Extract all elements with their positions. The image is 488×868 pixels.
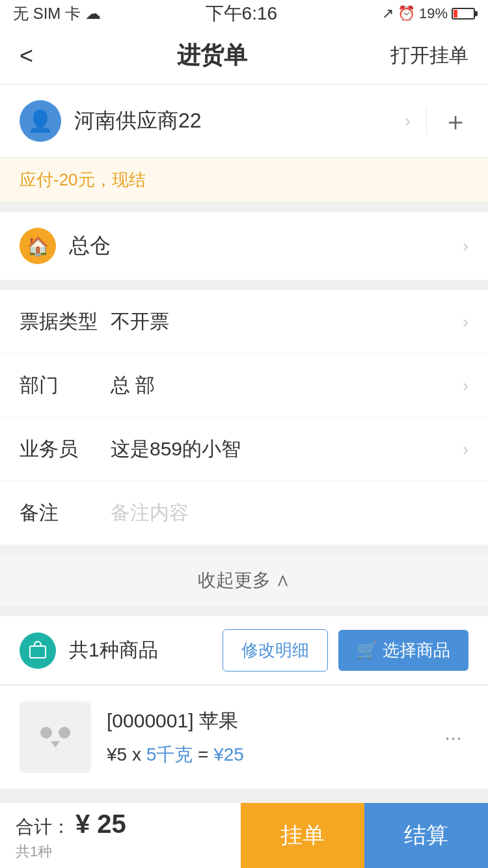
bottom-bar: 合计： ¥ 25 共1种 挂单 结算 xyxy=(0,803,488,868)
salesman-row[interactable]: 业务员 这是859的小智 › xyxy=(0,418,488,481)
ticket-type-chevron-icon: › xyxy=(463,312,468,332)
product-quantity: 5千克 xyxy=(146,744,193,765)
add-supplier-button[interactable]: ＋ xyxy=(442,103,468,139)
supplier-avatar: 👤 xyxy=(20,100,61,142)
main-content: 👤 河南供应商22 › ＋ 应付-20元，现结 🏠 总仓 › 票据类型 不开票 … xyxy=(0,85,488,860)
warehouse-chevron-icon: › xyxy=(463,236,468,256)
location-icon: ↗ xyxy=(382,5,394,22)
remark-label: 备注 xyxy=(20,500,98,526)
owl-beak xyxy=(51,741,60,748)
open-pending-button[interactable]: 打开挂单 xyxy=(390,42,468,69)
ticket-type-row[interactable]: 票据类型 不开票 › xyxy=(0,290,488,354)
total-count: 共1种 xyxy=(16,842,225,861)
page-title: 进货单 xyxy=(177,40,247,72)
total-amount: ¥ 25 xyxy=(75,809,126,839)
products-section: 共1种商品 修改明细 🛒 选择商品 [0000001] xyxy=(0,616,488,789)
product-thumbnail xyxy=(20,701,91,773)
svg-rect-0 xyxy=(30,646,46,658)
status-left: 无 SIM 卡 ☁ xyxy=(13,3,101,24)
owl-eye-right xyxy=(59,727,70,739)
supplier-row[interactable]: 👤 河南供应商22 › ＋ xyxy=(0,85,488,158)
department-row[interactable]: 部门 总 部 › xyxy=(0,354,488,418)
products-icon xyxy=(20,632,56,669)
salesman-value: 这是859的小智 xyxy=(111,436,463,463)
product-total: ¥25 xyxy=(213,744,244,765)
product-more-button[interactable]: ··· xyxy=(438,719,468,756)
form-section: 票据类型 不开票 › 部门 总 部 › 业务员 这是859的小智 › 备注 备注… xyxy=(0,290,488,545)
product-price: ¥5 x 5千克 = ¥25 xyxy=(107,742,438,767)
nav-bar: < 进货单 打开挂单 xyxy=(0,27,488,85)
cart-icon: 🛒 xyxy=(357,640,377,660)
products-count: 共1种商品 xyxy=(69,637,223,664)
checkout-button[interactable]: 结算 xyxy=(364,803,488,868)
ticket-type-value: 不开票 xyxy=(111,308,463,335)
owl-eye-left xyxy=(40,727,52,739)
bottom-total: 合计： ¥ 25 共1种 xyxy=(0,803,241,868)
product-title: 苹果 xyxy=(199,710,238,731)
total-main: 合计： ¥ 25 xyxy=(16,809,225,839)
ticket-type-label: 票据类型 xyxy=(20,308,98,335)
status-bar: 无 SIM 卡 ☁ 下午6:16 ↗ ⏰ 19% xyxy=(0,0,488,27)
warehouse-icon: 🏠 xyxy=(20,228,56,264)
collapse-row[interactable]: 收起更多 ∧ xyxy=(0,555,488,606)
product-name: [0000001] 苹果 xyxy=(107,708,438,735)
product-info: [0000001] 苹果 ¥5 x 5千克 = ¥25 xyxy=(107,708,438,767)
salesman-chevron-icon: › xyxy=(463,439,468,460)
total-label: 合计： xyxy=(16,815,70,839)
supplier-divider xyxy=(426,108,427,134)
avatar-icon: 👤 xyxy=(27,109,53,133)
product-item: [0000001] 苹果 ¥5 x 5千克 = ¥25 ··· xyxy=(0,686,488,789)
sim-label: 无 SIM 卡 ☁ xyxy=(13,3,101,24)
payment-notice: 应付-20元，现结 xyxy=(0,158,488,202)
department-chevron-icon: › xyxy=(463,375,468,396)
battery-icon xyxy=(452,8,475,20)
status-right: ↗ ⏰ 19% xyxy=(382,5,475,22)
price-unit: ¥5 xyxy=(107,744,127,765)
department-value: 总 部 xyxy=(111,372,463,399)
battery-percentage: 19% xyxy=(419,5,448,22)
warehouse-row[interactable]: 🏠 总仓 › xyxy=(0,212,488,280)
price-equals: = xyxy=(198,744,213,765)
owl-eyes xyxy=(40,727,70,739)
remark-row[interactable]: 备注 备注内容 xyxy=(0,481,488,545)
warehouse-card[interactable]: 🏠 总仓 › xyxy=(0,212,488,280)
department-label: 部门 xyxy=(20,372,98,399)
status-time: 下午6:16 xyxy=(206,1,278,26)
edit-detail-button[interactable]: 修改明细 xyxy=(223,629,328,671)
product-code: [0000001] xyxy=(107,710,193,731)
salesman-label: 业务员 xyxy=(20,436,98,463)
price-multiply: x xyxy=(132,744,146,765)
remark-input[interactable]: 备注内容 xyxy=(111,500,468,526)
owl-logo xyxy=(40,727,70,748)
products-header: 共1种商品 修改明细 🛒 选择商品 xyxy=(0,616,488,685)
supplier-card: 👤 河南供应商22 › ＋ 应付-20元，现结 xyxy=(0,85,488,202)
select-product-button[interactable]: 🛒 选择商品 xyxy=(338,630,468,671)
back-button[interactable]: < xyxy=(20,42,33,70)
supplier-name: 河南供应商22 xyxy=(74,107,405,135)
warehouse-name: 总仓 xyxy=(69,232,463,260)
suspend-button[interactable]: 挂单 xyxy=(241,803,364,868)
alarm-icon: ⏰ xyxy=(398,5,415,22)
supplier-chevron-icon: › xyxy=(405,111,411,131)
